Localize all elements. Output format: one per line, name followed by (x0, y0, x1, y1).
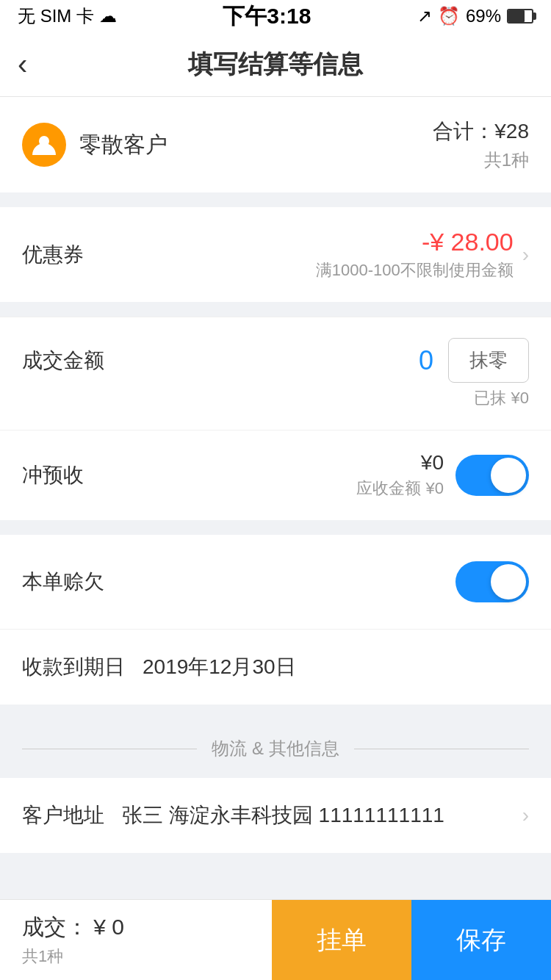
customer-avatar (22, 123, 66, 167)
coupon-subtext: 满1000-100不限制使用金额 (316, 259, 514, 281)
user-icon (31, 131, 57, 158)
prepay-value: ¥0 (356, 451, 444, 475)
chevron-right-icon: › (522, 243, 529, 267)
coupon-row[interactable]: 优惠券 -¥ 28.00 满1000-100不限制使用金额 › (0, 207, 551, 302)
address-value: 张三 海淀永丰科技园 11111111111 (122, 801, 444, 829)
divider-line-left (22, 749, 197, 749)
customer-total-area: 合计：¥28 共1种 (433, 118, 529, 172)
customer-section: 零散客户 合计：¥28 共1种 (0, 97, 551, 192)
address-chevron-icon: › (522, 804, 529, 827)
hold-button[interactable]: 挂单 (272, 900, 411, 981)
save-button[interactable]: 保存 (411, 900, 551, 981)
prepay-row: 冲预收 ¥0 应收金额 ¥0 (0, 430, 551, 520)
content-area: 零散客户 合计：¥28 共1种 优惠券 -¥ 28.00 满1000-100不限… (0, 97, 551, 980)
sim-label: 无 SIM 卡 ☁ (18, 4, 117, 28)
back-button[interactable]: ‹ (18, 48, 27, 81)
bottom-info: 成交： ¥ 0 共1种 (0, 912, 272, 968)
address-label: 客户地址 (22, 801, 104, 829)
due-date-label: 收款到期日 (22, 653, 125, 681)
status-bar: 无 SIM 卡 ☁ 下午3:18 ↗ ⏰ 69% (0, 0, 551, 32)
transaction-value: 0 (419, 345, 433, 376)
customer-count: 共1种 (433, 148, 529, 172)
coupon-info: -¥ 28.00 满1000-100不限制使用金额 (316, 228, 514, 281)
bottom-amount-value: ¥ 0 (93, 915, 124, 939)
debt-row: 本单赊欠 (0, 535, 551, 629)
transaction-label: 成交金额 (22, 347, 104, 375)
toggle-knob (491, 458, 526, 493)
transaction-section: 成交金额 0 抹零 已抹 ¥0 冲预收 ¥0 应收金额 ¥0 (0, 317, 551, 520)
bottom-bar: 成交： ¥ 0 共1种 挂单 保存 (0, 899, 551, 980)
coupon-label: 优惠券 (22, 241, 84, 269)
divider-line-right (354, 749, 529, 749)
bottom-count: 共1种 (22, 945, 250, 968)
location-icon: ↗ (417, 6, 432, 26)
due-date-value: 2019年12月30日 (143, 653, 296, 681)
divider-text: 物流 & 其他信息 (212, 737, 339, 760)
alarm-icon: ⏰ (438, 6, 460, 26)
prepay-label: 冲预收 (22, 461, 84, 489)
due-date-row: 收款到期日 2019年12月30日 (0, 629, 551, 705)
status-left: 无 SIM 卡 ☁ (18, 4, 117, 28)
debt-toggle-knob (491, 564, 526, 599)
customer-total: 合计：¥28 (433, 118, 529, 145)
transaction-right: 0 抹零 (419, 338, 529, 383)
round-button[interactable]: 抹零 (448, 338, 529, 383)
prepay-subtext: 应收金额 ¥0 (356, 478, 444, 500)
debt-toggle[interactable] (455, 561, 529, 602)
transaction-amount-row: 成交金额 0 抹零 (22, 338, 529, 383)
page-title: 填写结算等信息 (188, 48, 363, 82)
address-row[interactable]: 客户地址 张三 海淀永丰科技园 11111111111 › (0, 778, 551, 853)
logistics-divider: 物流 & 其他信息 (0, 719, 551, 778)
bottom-amount-label: 成交： (22, 915, 88, 939)
battery-icon (507, 9, 533, 24)
coupon-section: 优惠券 -¥ 28.00 满1000-100不限制使用金额 › (0, 207, 551, 302)
address-section: 客户地址 张三 海淀永丰科技园 11111111111 › (0, 778, 551, 853)
battery-label: 69% (466, 6, 501, 26)
nav-bar: ‹ 填写结算等信息 (0, 32, 551, 97)
customer-name: 零散客户 (79, 130, 168, 160)
transaction-row: 成交金额 0 抹零 已抹 ¥0 (0, 317, 551, 430)
coupon-right: -¥ 28.00 满1000-100不限制使用金额 › (316, 228, 529, 281)
status-time: 下午3:18 (223, 1, 311, 32)
address-left: 客户地址 张三 海淀永丰科技园 11111111111 (22, 801, 444, 829)
bottom-amount: 成交： ¥ 0 (22, 912, 250, 943)
customer-row: 零散客户 合计：¥28 共1种 (0, 97, 551, 192)
prepay-toggle[interactable] (455, 455, 529, 496)
debt-section: 本单赊欠 收款到期日 2019年12月30日 (0, 535, 551, 705)
status-right: ↗ ⏰ 69% (417, 6, 533, 26)
coupon-discount: -¥ 28.00 (316, 228, 514, 256)
debt-label: 本单赊欠 (22, 568, 104, 596)
transaction-subtext: 已抹 ¥0 (22, 387, 529, 409)
customer-info: 零散客户 (22, 123, 168, 167)
prepay-right: ¥0 应收金额 ¥0 (356, 451, 529, 500)
